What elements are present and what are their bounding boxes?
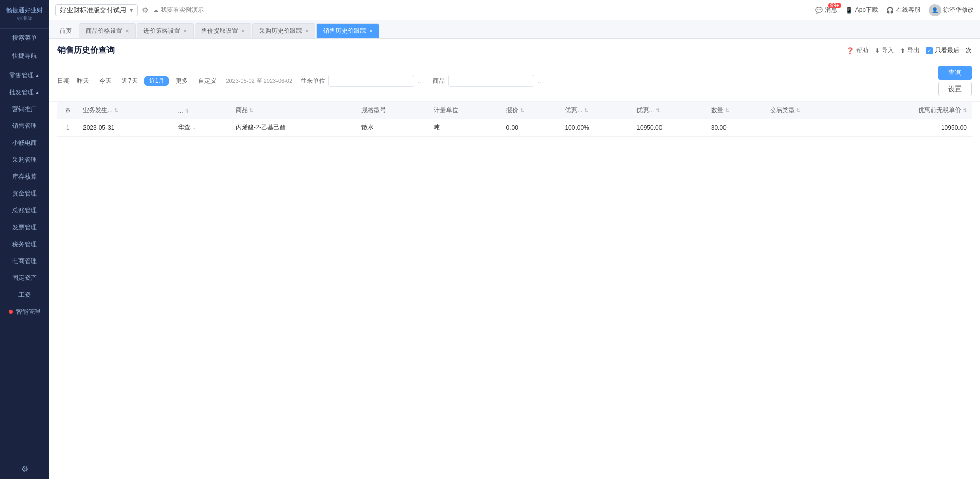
table-body: 1 2023-05-31 华查... 丙烯酸-2-乙基己酯 散水 吨 0.00 … (57, 119, 972, 137)
date-btn-custom[interactable]: 自定义 (194, 76, 221, 86)
checkbox-checked-icon (926, 47, 933, 54)
sort-more-icon[interactable]: ⇅ (185, 108, 189, 114)
topbar-gear-icon[interactable]: ⚙ (142, 6, 148, 15)
col-discount2[interactable]: 优惠... ⇅ (631, 102, 706, 119)
sort-discount2-icon[interactable]: ⇅ (656, 107, 660, 113)
tab-price-extract[interactable]: 售价提取设置 × (195, 23, 251, 38)
topbar-service-btn[interactable]: 🎧 在线客服 (886, 6, 921, 14)
sidebar-search[interactable]: 搜索菜单 (0, 29, 49, 48)
help-btn[interactable]: ❓ 帮助 (846, 46, 868, 55)
sidebar-item-inventory[interactable]: 库存核算 (0, 168, 49, 185)
tab-purchase-strategy[interactable]: 进价策略设置 × (137, 23, 194, 38)
last-only-label: 只看最后一次 (935, 46, 972, 55)
sidebar-item-invoice[interactable]: 发票管理 (0, 219, 49, 236)
sidebar-item-purchase[interactable]: 采购管理 (0, 151, 49, 168)
query-button[interactable]: 查询 (938, 66, 972, 80)
tab-purchase-strategy-close[interactable]: × (183, 28, 187, 35)
marketing-label: 营销推广 (12, 105, 37, 113)
tab-price-extract-close[interactable]: × (241, 28, 245, 35)
date-btn-today[interactable]: 今天 (95, 76, 116, 86)
sort-price-icon[interactable]: ⇅ (520, 107, 524, 113)
sort-goods-icon[interactable]: ⇅ (249, 107, 253, 113)
sidebar-item-marketing[interactable]: 营销推广 (0, 101, 49, 118)
tab-product-price[interactable]: 商品价格设置 × (79, 23, 136, 38)
sort-pretax-icon[interactable]: ⇅ (963, 107, 967, 113)
tab-sales-history-close[interactable]: × (369, 28, 373, 35)
sort-biz-date-icon[interactable]: ⇅ (114, 107, 118, 113)
topbar-user[interactable]: 👤 徐泽华修改 (929, 4, 974, 16)
sidebar-item-retail[interactable]: 零售管理 ▲ (0, 67, 49, 84)
tab-sales-history[interactable]: 销售历史价跟踪 × (316, 23, 379, 38)
topbar-app-download-btn[interactable]: 📱 App下载 (845, 6, 878, 14)
sidebar-item-ecommerce[interactable]: 电商管理 (0, 253, 49, 270)
tab-product-price-close[interactable]: × (125, 28, 129, 35)
tab-bar: 首页 商品价格设置 × 进价策略设置 × 售价提取设置 × 采购历史价跟踪 × … (49, 20, 980, 39)
goods-input[interactable] (448, 75, 534, 87)
col-discount1[interactable]: 优惠... ⇅ (560, 102, 631, 119)
date-btn-7days[interactable]: 近7天 (118, 76, 142, 86)
col-quantity-label: 数量 (711, 106, 723, 114)
retail-label: 零售管理 (9, 71, 34, 80)
ledger-label: 总账管理 (12, 207, 37, 214)
date-btn-more[interactable]: 更多 (172, 76, 192, 86)
sidebar-item-finance[interactable]: 资金管理 (0, 185, 49, 202)
sidebar-item-wholesale[interactable]: 批发管理 ▲ (0, 84, 49, 101)
col-price-label: 报价 (506, 106, 518, 114)
cell-num: 1 (57, 119, 78, 137)
tab-sales-history-label: 销售历史价跟踪 (323, 27, 366, 35)
export-btn[interactable]: ⬆ 导出 (900, 46, 920, 55)
col-biz-date[interactable]: 业务发生... ⇅ (78, 102, 173, 119)
date-btn-1month[interactable]: 近1月 (144, 76, 170, 86)
tab-home[interactable]: 首页 (53, 23, 78, 38)
tab-price-extract-label: 售价提取设置 (201, 27, 238, 35)
sidebar-item-sales[interactable]: 销售管理 (0, 118, 49, 135)
col-pretax-price[interactable]: 优惠前无税单价 ⇅ (849, 102, 972, 119)
from-unit-input[interactable] (328, 75, 414, 87)
sidebar-item-tax[interactable]: 税务管理 (0, 236, 49, 253)
sidebar-item-ledger[interactable]: 总账管理 (0, 202, 49, 219)
col-unit[interactable]: 计量单位 (429, 102, 501, 119)
export-label: 导出 (907, 46, 920, 55)
tab-purchase-history-close[interactable]: × (305, 28, 309, 35)
col-gear[interactable]: ⚙ (57, 102, 78, 119)
sidebar-item-quicknav[interactable]: 快捷导航 (0, 48, 49, 64)
col-goods-label: 商品 (236, 106, 248, 114)
sidebar-item-salary[interactable]: 工资 (0, 287, 49, 303)
tab-purchase-history[interactable]: 采购历史价跟踪 × (252, 23, 315, 38)
col-biz-date-label: 业务发生... (83, 106, 113, 114)
sidebar-settings[interactable]: ⚙ (0, 459, 49, 479)
tab-home-label: 首页 (59, 27, 72, 35)
from-unit-dots[interactable]: … (417, 77, 424, 85)
topbar-message-btn[interactable]: 💬 消息 99+ (815, 6, 837, 14)
settings-button[interactable]: 设置 (938, 82, 972, 96)
col-quantity[interactable]: 数量 ⇅ (706, 102, 765, 119)
sort-trade-type-icon[interactable]: ⇅ (796, 107, 800, 113)
goods-dots[interactable]: … (537, 77, 544, 85)
topbar-chevron-icon: ▾ (130, 6, 133, 14)
sidebar-item-assets[interactable]: 固定资产 (0, 270, 49, 287)
tax-label: 税务管理 (12, 241, 37, 248)
col-price[interactable]: 报价 ⇅ (501, 102, 560, 119)
ai-label: 智能管理 (16, 308, 40, 315)
col-goods[interactable]: 商品 ⇅ (230, 102, 356, 119)
col-discount1-label: 优惠... (565, 106, 582, 114)
sidebar-item-ai[interactable]: 智能管理 (0, 303, 49, 320)
avatar: 👤 (929, 4, 941, 16)
col-unit-label: 计量单位 (434, 106, 458, 114)
topbar-demo-btn[interactable]: ☁ 我要看实例演示 (153, 6, 204, 14)
date-btn-yesterday[interactable]: 昨天 (73, 76, 93, 86)
topbar-title-select[interactable]: 好业财标准版交付试用 ▾ (55, 4, 138, 16)
export-icon: ⬆ (900, 47, 905, 54)
table-row[interactable]: 1 2023-05-31 华查... 丙烯酸-2-乙基己酯 散水 吨 0.00 … (57, 119, 972, 137)
settings-gear-icon: ⚙ (21, 465, 28, 473)
col-spec[interactable]: 规格型号 (356, 102, 429, 119)
purchase-label: 采购管理 (12, 156, 37, 163)
last-only-checkbox[interactable]: 只看最后一次 (926, 46, 972, 55)
sidebar-item-ecommerce-small[interactable]: 小畅电商 (0, 135, 49, 151)
sort-quantity-icon[interactable]: ⇅ (725, 107, 729, 113)
from-unit-group: 往来单位 … (301, 75, 424, 87)
import-btn[interactable]: ⬇ 导入 (875, 46, 894, 55)
col-more[interactable]: ... ⇅ (173, 102, 230, 119)
sort-discount1-icon[interactable]: ⇅ (584, 107, 588, 113)
col-trade-type[interactable]: 交易类型 ⇅ (765, 102, 849, 119)
